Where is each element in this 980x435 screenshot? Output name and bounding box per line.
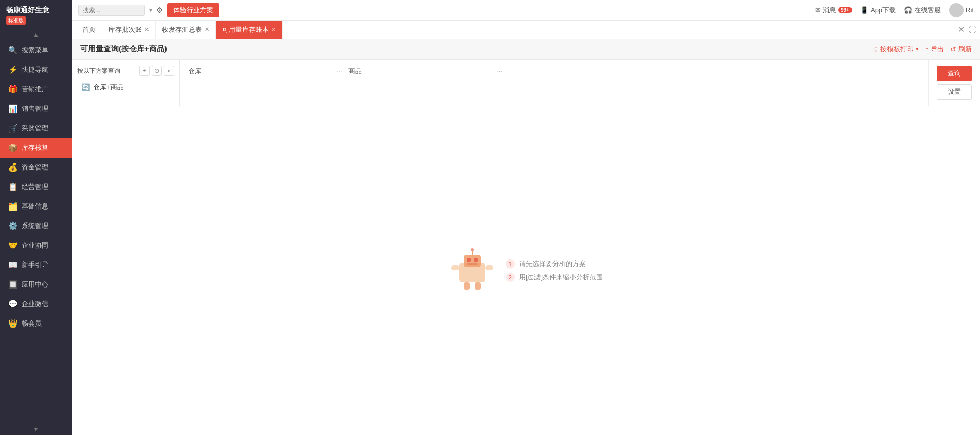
empty-robot-icon [449, 248, 495, 294]
industry-btn[interactable]: 体验行业方案 [167, 3, 219, 17]
filter-row: 仓库 ··· 商品 ··· [188, 66, 920, 77]
hint-num-2: 2 [506, 273, 515, 282]
filter-schemes: 按以下方案查询 + ⊙ « 🔄 仓库+商品 [72, 60, 180, 106]
sidebar-item-guide[interactable]: 📖 新手引导 [0, 255, 72, 275]
sidebar: 畅康通好生意 标准版 ▲ 🔍 搜索菜单 ⚡ 快捷导航 🎁 营销推广 📊 销售管理… [0, 0, 72, 435]
sidebar-item-label: 新手引导 [22, 260, 48, 270]
query-button[interactable]: 查询 [937, 66, 972, 81]
sidebar-scroll-up[interactable]: ▲ [0, 29, 72, 41]
sidebar-item-member[interactable]: 👑 畅会员 [0, 314, 72, 333]
handshake-icon: 🤝 [8, 241, 17, 250]
tab-summary-label: 收发存汇总表 [162, 25, 202, 34]
online-service-btn[interactable]: 🎧 在线客服 [904, 6, 941, 15]
settings-icon[interactable]: ⚙ [156, 6, 163, 15]
content-area: 1 请先选择要分析的方案 2 用[过滤]条件来缩小分析范围 [72, 106, 980, 435]
tab-available[interactable]: 可用量库存账本 ✕ [216, 21, 283, 39]
sidebar-scroll-down[interactable]: ▼ [0, 424, 72, 435]
msg-label: 消息 [823, 6, 836, 15]
sidebar-item-marketing[interactable]: 🎁 营销推广 [0, 80, 72, 99]
tab-home-label: 首页 [82, 25, 96, 34]
refresh-label: 刷新 [958, 45, 972, 54]
print-btn[interactable]: 🖨 按模板打印 ▾ [871, 45, 919, 54]
cart-icon: 🛒 [8, 124, 17, 133]
dropdown-icon[interactable]: ▾ [149, 7, 152, 14]
filter-fields: 仓库 ··· 商品 ··· [180, 60, 928, 106]
crown-icon: 👑 [8, 319, 17, 328]
user-avatar[interactable]: Rit [949, 3, 974, 17]
sidebar-item-sales[interactable]: 📊 销售管理 [0, 99, 72, 119]
sidebar-item-label: 快捷导航 [22, 65, 48, 74]
sidebar-item-label: 经营管理 [22, 182, 48, 192]
sidebar-item-appstore[interactable]: 🔲 应用中心 [0, 275, 72, 294]
app-icon: 🔲 [8, 280, 17, 289]
sidebar-item-finance[interactable]: 💰 资金管理 [0, 158, 72, 177]
sidebar-item-cooperation[interactable]: 🤝 企业协同 [0, 236, 72, 255]
sidebar-item-label: 企业微信 [22, 299, 48, 309]
tab-summary-close[interactable]: ✕ [205, 26, 209, 33]
app-download-btn[interactable]: 📱 App下载 [860, 6, 896, 15]
warehouse-more-icon[interactable]: ··· [336, 67, 342, 75]
sidebar-item-operations[interactable]: 📋 经营管理 [0, 177, 72, 197]
svg-rect-7 [451, 265, 459, 270]
filter-goods: 商品 ··· [348, 66, 503, 77]
search-icon: 🔍 [8, 46, 17, 55]
sidebar-item-search[interactable]: 🔍 搜索菜单 [0, 41, 72, 60]
filter-actions: 查询 设置 [928, 60, 980, 106]
book-icon: 📖 [8, 260, 17, 270]
svg-point-10 [471, 248, 474, 251]
sidebar-item-system[interactable]: ⚙️ 系统管理 [0, 216, 72, 236]
refresh-icon: ↺ [950, 45, 956, 53]
export-btn[interactable]: ↑ 导出 [925, 45, 944, 54]
gift-icon: 🎁 [8, 85, 17, 94]
wechat-icon: 💬 [8, 299, 17, 309]
scheme-warehouse-goods[interactable]: 🔄 仓库+商品 [77, 80, 174, 94]
sidebar-item-label: 库存核算 [22, 143, 48, 153]
refresh-btn[interactable]: ↺ 刷新 [950, 45, 972, 54]
box-icon: 📦 [8, 143, 17, 153]
settings-button[interactable]: 设置 [937, 84, 972, 100]
sidebar-item-label: 畅会员 [22, 319, 42, 328]
goods-more-icon[interactable]: ··· [496, 67, 503, 75]
page-header: 可用量查询(按仓库+商品) 🖨 按模板打印 ▾ ↑ 导出 ↺ 刷新 [72, 39, 980, 60]
topbar: ▾ ⚙ 体验行业方案 ✉ 消息 99+ 📱 App下载 🎧 在线客服 Rit [72, 0, 980, 21]
filter-schemes-header: 按以下方案查询 + ⊙ « [77, 66, 174, 76]
tab-batch-close[interactable]: ✕ [144, 26, 149, 33]
search-input[interactable] [78, 5, 145, 16]
avatar [949, 3, 964, 17]
sidebar-item-shortcut[interactable]: ⚡ 快捷导航 [0, 60, 72, 80]
clipboard-icon: 📋 [8, 182, 17, 192]
sidebar-item-wechat[interactable]: 💬 企业微信 [0, 294, 72, 314]
scheme-settings-btn[interactable]: ⊙ [152, 66, 162, 76]
user-name: Rit [966, 6, 974, 14]
tabbar-expand-icon[interactable]: ⛶ [969, 26, 976, 34]
goods-label: 商品 [348, 67, 362, 76]
gear-icon: ⚙️ [8, 221, 17, 231]
goods-input[interactable] [365, 66, 493, 77]
scheme-label: 仓库+商品 [93, 83, 124, 92]
sidebar-item-label: 营销推广 [22, 85, 48, 94]
scheme-collapse-btn[interactable]: « [164, 66, 174, 76]
sidebar-item-purchase[interactable]: 🛒 采购管理 [0, 119, 72, 138]
svg-rect-5 [464, 282, 470, 290]
chart-icon: 📊 [8, 104, 17, 114]
tab-available-close[interactable]: ✕ [271, 26, 276, 33]
svg-rect-3 [474, 258, 478, 262]
tab-available-label: 可用量库存账本 [222, 25, 269, 34]
messages-btn[interactable]: ✉ 消息 99+ [815, 6, 852, 15]
tab-home[interactable]: 首页 [76, 21, 102, 39]
sidebar-item-inventory[interactable]: 📦 库存核算 [0, 138, 72, 158]
svg-rect-4 [467, 263, 478, 265]
warehouse-input[interactable] [205, 66, 333, 77]
empty-hints: 1 请先选择要分析的方案 2 用[过滤]条件来缩小分析范围 [506, 259, 603, 282]
bell-icon: ✉ [815, 6, 821, 14]
mobile-icon: 📱 [860, 6, 868, 14]
scheme-add-btn[interactable]: + [139, 66, 150, 76]
money-icon: 💰 [8, 163, 17, 172]
tab-batch[interactable]: 库存批次账 ✕ [102, 21, 156, 39]
sidebar-item-basic[interactable]: 🗂️ 基础信息 [0, 197, 72, 216]
scheme-rotate-icon: 🔄 [81, 83, 90, 91]
sidebar-item-label: 资金管理 [22, 163, 48, 172]
folder-icon: 🗂️ [8, 202, 17, 211]
tabbar-close-icon[interactable]: ✕ [958, 25, 965, 34]
tab-summary[interactable]: 收发存汇总表 ✕ [156, 21, 216, 39]
